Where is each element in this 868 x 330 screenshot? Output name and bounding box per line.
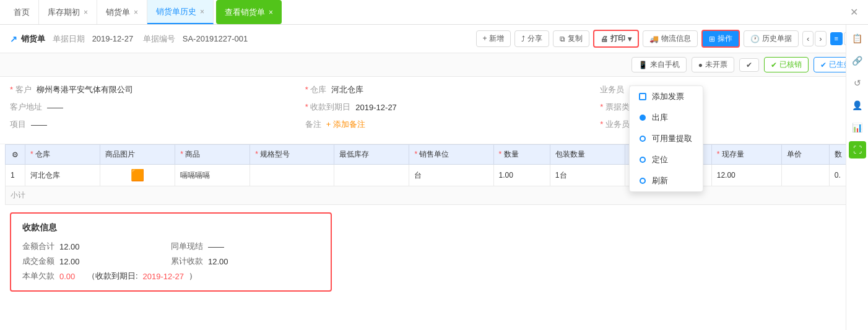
prev-arrow[interactable]: ‹ — [802, 31, 814, 46]
nav-arrows: ‹ › — [802, 31, 827, 46]
same-order-value: —— — [208, 242, 224, 251]
add-invoice-item[interactable]: 添加发票 — [630, 86, 703, 107]
subtotal-label: 小计 — [6, 186, 863, 205]
operations-button[interactable]: ⊞ 操作 — [701, 30, 740, 48]
sidebar-icon-fullscreen[interactable]: ⛶ — [849, 141, 866, 158]
sales-order-icon: ↗ — [10, 34, 17, 44]
sidebar-icon-2[interactable]: 🔗 — [849, 52, 866, 69]
col-min-stock: 最低库存 — [334, 145, 409, 165]
table-row: 1 河北仓库 🟧 嗝嗝嗝嗝 台 1.00 1台 12.00 0. — [6, 165, 863, 186]
project-value: —— — [31, 120, 47, 129]
warehouse-field: 仓库 河北仓库 — [305, 84, 563, 95]
tab-view-sales-label: 查看销货单 — [225, 7, 265, 18]
copy-button[interactable]: ⧉ 复制 — [553, 30, 589, 47]
form-row-1: 客户 柳州粤港平安气体有限公司 仓库 河北仓库 业务员 演示账号 — [10, 84, 858, 95]
col-product-img: 商品图片 — [100, 145, 175, 165]
available-qty-item[interactable]: 可用量提取 — [630, 128, 703, 149]
add-invoice-icon — [638, 92, 647, 101]
copy-icon: ⧉ — [560, 35, 565, 43]
operations-icon: ⊞ — [709, 35, 715, 43]
print-button[interactable]: 🖨 打印 ▾ — [593, 30, 639, 48]
row-spec — [250, 165, 334, 186]
cumulative-receipt-row: 累计收款 12.00 — [171, 256, 319, 267]
col-spec: * 规格型号 — [250, 145, 334, 165]
row-quantity: 1.00 — [493, 165, 550, 186]
col-pack-qty: 包装数量 — [550, 145, 625, 165]
from-phone-button[interactable]: 📱 来自手机 — [631, 57, 687, 72]
payment-title: 收款信息 — [22, 222, 319, 233]
current-owed-value: 0.00 — [59, 272, 75, 281]
address-label: 客户地址 — [10, 102, 42, 113]
doc-meta: 单据日期 2019-12-27 单据编号 SA-20191227-001 — [53, 33, 248, 45]
sidebar-icon-4[interactable]: 👤 — [849, 97, 866, 114]
table-header-row: ⚙ * 仓库 商品图片 * 商品 * 规格型号 最低库存 * 销售单位 * 数量… — [6, 145, 863, 165]
add-note-link[interactable]: 添加备注 — [326, 119, 365, 130]
sidebar-icon-1[interactable]: 📋 — [849, 30, 866, 47]
current-owed-label: 本单欠款 — [22, 271, 54, 282]
tab-home[interactable]: 首页 — [5, 0, 39, 24]
form-section: 客户 柳州粤港平安气体有限公司 仓库 河北仓库 业务员 演示账号 客户地址 —— — [0, 77, 868, 144]
approved-button[interactable]: ✔ 已核销 — [764, 57, 809, 72]
transaction-amount-label: 成交金额 — [22, 256, 54, 267]
not-open-button[interactable]: ● 未开票 — [692, 57, 734, 72]
tab-sales-history[interactable]: 销货单历史 × — [147, 0, 214, 24]
available-qty-label: 可用量提取 — [652, 133, 692, 144]
form-row-2: 客户地址 —— 收款到期日 2019-12-27 票据类型 不开票 — [10, 102, 858, 113]
tab-view-sales-close[interactable]: × — [269, 8, 273, 17]
row-warehouse: 河北仓库 — [25, 165, 100, 186]
tab-inventory-init[interactable]: 库存期初 × — [39, 0, 97, 24]
check-icon: ✔ — [746, 61, 752, 69]
row-product-img: 🟧 — [100, 165, 175, 186]
bottom-section: 收款信息 金额合计 12.00 同单现结 —— 成交金额 12.00 — [0, 205, 868, 299]
outbound-item[interactable]: 出库 — [630, 107, 703, 128]
customer-field: 客户 柳州粤港平安气体有限公司 — [10, 84, 268, 95]
col-stock: * 现存量 — [711, 145, 782, 165]
tab-sales-order[interactable]: 销货单 × — [97, 0, 147, 24]
form-row-3: 项目 —— 备注 添加备注 业务员孟 —— — [10, 119, 858, 130]
doc-actions: + 新增 ⤴ 分享 ⧉ 复制 🖨 打印 ▾ 🚚 物流信息 — [476, 30, 858, 48]
tab-sales-history-close[interactable]: × — [200, 7, 204, 16]
subtotal-row: 小计 — [6, 186, 863, 205]
approved-icon: ✔ — [771, 61, 777, 69]
window-close-icon[interactable]: ✕ — [845, 4, 863, 20]
due-date-end: ） — [189, 271, 197, 282]
check-button[interactable]: ✔ — [739, 58, 759, 72]
doc-type-label: 销货单 — [21, 33, 45, 45]
tab-inventory-init-label: 库存期初 — [48, 7, 80, 18]
tab-sales-order-close[interactable]: × — [134, 8, 138, 17]
sidebar-icon-5[interactable]: 📊 — [849, 119, 866, 136]
next-arrow[interactable]: › — [815, 31, 826, 46]
effective-icon: ✔ — [820, 61, 827, 69]
tab-view-sales[interactable]: 查看销货单 × — [216, 0, 282, 24]
history-button[interactable]: 🕐 历史单据 — [744, 30, 799, 47]
outbound-icon — [638, 113, 647, 122]
payment-date-label: 收款到期日 — [305, 102, 351, 113]
print-dropdown-arrow: ▾ — [628, 35, 631, 43]
note-field: 备注 添加备注 — [305, 119, 563, 130]
date-label: 单据日期 — [53, 33, 85, 45]
date-label-text: 单据日期 2019-12-27 — [53, 33, 133, 45]
tab-home-label: 首页 — [14, 7, 30, 18]
row-sales-unit: 台 — [409, 165, 493, 186]
operations-dropdown: 添加发票 出库 可用量提取 定位 — [629, 85, 703, 192]
history-icon: 🕐 — [750, 35, 760, 43]
refresh-icon — [638, 176, 647, 185]
invoice-icon: ● — [698, 61, 703, 69]
row-stock: 12.00 — [711, 165, 782, 186]
row-pack-qty: 1台 — [550, 165, 625, 186]
view-list-button[interactable]: ≡ — [830, 32, 843, 45]
logistics-button[interactable]: 🚚 物流信息 — [643, 30, 698, 47]
table-wrap: ⚙ * 仓库 商品图片 * 商品 * 规格型号 最低库存 * 销售单位 * 数量… — [5, 144, 863, 205]
sidebar-icon-3[interactable]: ↺ — [849, 74, 866, 92]
refresh-item[interactable]: 刷新 — [630, 170, 703, 191]
warehouse-label: 仓库 — [305, 84, 327, 95]
locate-item[interactable]: 定位 — [630, 149, 703, 170]
doc-title: ↗ 销货单 — [10, 33, 45, 45]
available-qty-icon — [638, 134, 647, 143]
date-value: 2019-12-27 — [92, 34, 134, 43]
cumulative-receipt-value: 12.00 — [208, 257, 228, 266]
share-button[interactable]: ⤴ 分享 — [514, 30, 549, 47]
new-button[interactable]: + 新增 — [476, 30, 511, 47]
tab-inventory-init-close[interactable]: × — [84, 8, 88, 17]
payment-box: 收款信息 金额合计 12.00 同单现结 —— 成交金额 12.00 — [10, 212, 332, 292]
